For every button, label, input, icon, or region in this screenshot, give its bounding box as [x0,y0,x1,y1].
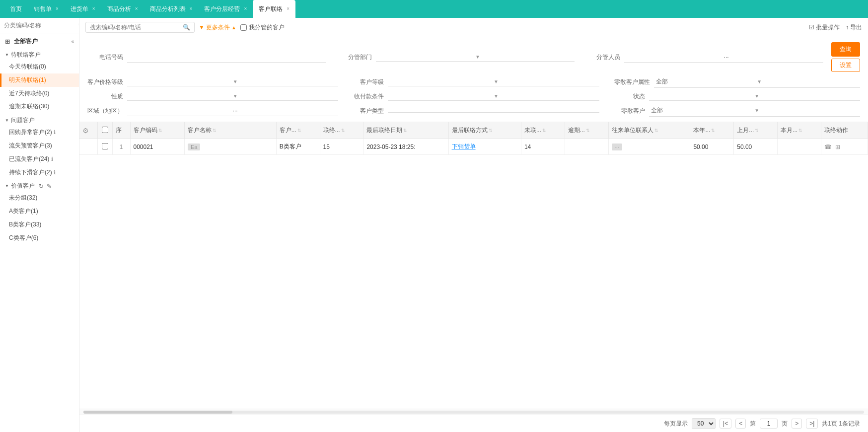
nav-purchase-close[interactable]: × [92,0,95,18]
nav-sales-close[interactable]: × [56,0,59,18]
search-input[interactable] [90,24,183,31]
sidebar-item-ungrouped[interactable]: 未分组(32) [0,191,79,205]
sidebar-all-customers[interactable]: ⊞ 全部客户 « [0,33,79,48]
query-set-buttons: 查询 设置 [827,42,860,72]
filter-status-select[interactable]: ▼ [649,92,860,101]
action-phone-icon[interactable]: ☎ [824,144,832,150]
nav-customer-contact-close[interactable]: × [287,0,289,18]
more-conditions-btn[interactable]: ▼ 更多条件 ▲ [199,23,236,32]
nav-product-analysis-list[interactable]: 商品分析列表 × [144,0,199,18]
last-method-link[interactable]: 下销货单 [452,143,476,150]
filter-person-select[interactable]: ··· [624,52,823,63]
contacts-sort[interactable]: ⇅ [341,128,345,133]
sidebar-item-c-class[interactable]: C类客户(6) [0,231,79,245]
last-month-sort[interactable]: ⇅ [755,128,759,133]
filter-customer-type-select[interactable] [388,109,599,113]
filter-dept-select[interactable]: ▼ [376,53,575,62]
filter-panel: 电话号码 分管部门 ▼ 分管人员 ··· [79,37,868,122]
filter-status-label: 状态 [609,92,649,101]
grid-icon: ⊞ [5,38,10,45]
col-checkbox [97,122,112,139]
nav-purchase[interactable]: 进货单 × [65,0,101,18]
page-suffix: 页 [782,420,788,428]
chevron-up-icon: ▲ [231,25,236,30]
filter-phone-input[interactable] [127,52,326,63]
filter-customer-level: 客户等级 ▼ [348,77,599,86]
sidebar-item-declining[interactable]: 持续下滑客户(2) ℹ [0,166,79,179]
col-name: 客户名称⇅ [184,122,276,139]
triangle-icon2: ▼ [5,118,9,123]
row-checkbox[interactable] [102,143,108,149]
next-page-btn[interactable]: > [792,419,802,429]
nav-product-analysis-list-close[interactable]: × [190,0,193,18]
my-customers-checkbox[interactable] [240,24,247,31]
last-date-sort[interactable]: ⇅ [403,128,407,133]
nature-chevron: ▼ [233,93,337,99]
last-page-btn[interactable]: >| [806,419,818,429]
query-btn[interactable]: 查询 [831,42,860,57]
filter-person: 分管人员 ··· [584,52,823,63]
filter-price-select[interactable]: ▼ [127,77,338,86]
sidebar-item-7days[interactable]: 近7天待联络(0) [0,87,79,100]
this-year-sort[interactable]: ⇅ [711,128,715,133]
scrollbar-thumb[interactable] [83,411,232,414]
col-settings: ⚙ [79,122,97,139]
select-all-checkbox[interactable] [102,127,108,133]
filter-nature-select[interactable]: ▼ [127,92,338,101]
filter-retail-attr-select[interactable]: 全部 ▼ [654,76,860,88]
search-icon-main[interactable]: 🔍 [183,24,190,31]
customer-level-chevron: ▼ [494,79,597,84]
collapse-icon[interactable]: « [71,39,74,44]
sidebar-item-lost[interactable]: 已流失客户(24) ℹ [0,152,79,166]
company-contact-masked: ··· [612,144,622,150]
person-dots[interactable]: ··· [722,54,821,61]
not-contact-sort[interactable]: ⇅ [542,128,546,133]
nav-product-analysis[interactable]: 商品分析 × [101,0,144,18]
first-page-btn[interactable]: |< [720,419,731,429]
last-method-sort[interactable]: ⇅ [489,128,493,133]
nav-customer-tier[interactable]: 客户分层经营 × [198,0,253,18]
region-dots[interactable]: ··· [231,107,337,114]
filter-customer-level-select[interactable]: ▼ [388,77,599,86]
type-sort[interactable]: ⇅ [297,128,301,133]
prev-page-btn[interactable]: < [735,419,746,429]
filter-retail-customer: 零散客户 全部 ▼ [609,105,860,117]
info-icon-2: ℹ [51,156,53,162]
sidebar-item-tomorrow[interactable]: 明天待联络(1) [0,73,79,87]
this-month-sort[interactable]: ⇅ [798,128,802,133]
sidebar-item-today[interactable]: 今天待联络(0) [0,60,79,73]
filter-dept: 分管部门 ▼ [336,53,575,62]
sidebar-item-repurchase-abnormal[interactable]: 回购异常客户(2) ℹ [0,126,79,139]
filter-region-select[interactable]: ··· [127,106,338,116]
refresh-icon[interactable]: ↻ [39,183,44,190]
sidebar-item-a-class[interactable]: A类客户(1) [0,205,79,218]
overdue-sort[interactable]: ⇅ [586,128,590,133]
sidebar-search-input[interactable] [4,22,78,29]
nav-product-analysis-close[interactable]: × [135,0,138,18]
scrollbar-track[interactable] [83,411,864,414]
export-btn[interactable]: ↑ 导出 [846,23,862,32]
sidebar-item-overdue[interactable]: 逾期未联络(30) [0,100,79,113]
nav-sales[interactable]: 销售单 × [28,0,65,18]
settings-icon[interactable]: ⚙ [82,127,89,135]
page-size-select[interactable]: 50 [692,418,716,429]
footer: 每页显示 50 |< < 第 页 > >| 共1页 1条记录 [79,415,868,432]
sidebar-item-loss-warning[interactable]: 流失预警客户(3) [0,139,79,152]
nav-home[interactable]: 首页 [4,0,28,18]
status-chevron: ▼ [754,93,858,99]
nav-customer-tier-close[interactable]: × [244,0,247,18]
nav-customer-contact[interactable]: 客户联络 × [253,0,295,18]
name-sort[interactable]: ⇅ [213,128,217,133]
action-more-icon[interactable]: ⊞ [835,144,840,150]
sidebar-item-b-class[interactable]: B类客户(33) [0,218,79,231]
col-last-date: 最后联络日期⇅ [363,122,448,139]
edit-icon[interactable]: ✎ [47,183,52,190]
batch-action-btn[interactable]: ☑ 批量操作 [809,23,840,32]
current-page-input[interactable] [760,419,778,429]
company-contact-sort[interactable]: ⇅ [654,128,658,133]
filter-payment-select[interactable]: ▼ [388,92,599,101]
my-customers-checkbox-wrap[interactable]: 我分管的客户 [240,23,285,32]
set-btn[interactable]: 设置 [831,59,860,72]
code-sort[interactable]: ⇅ [158,128,162,133]
filter-retail-customer-select[interactable]: 全部 ▼ [649,105,860,117]
